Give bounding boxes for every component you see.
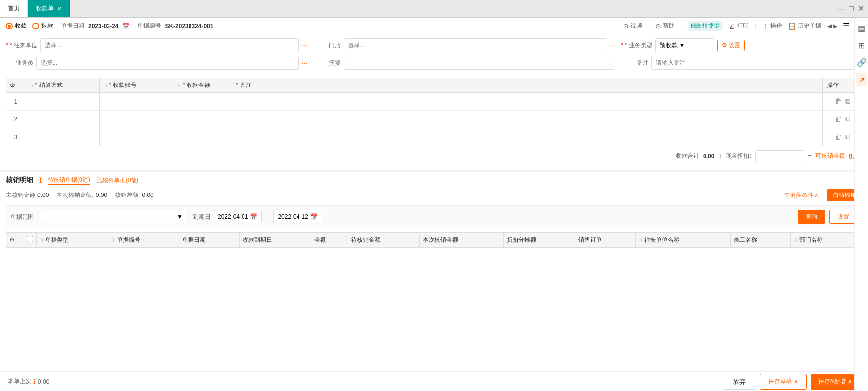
prev-arrow[interactable]: ◀ — [827, 23, 832, 29]
sort-number: ⇅ — [111, 237, 115, 243]
bottom-order-value: 0.00 — [38, 378, 49, 385]
biz-type-dropdown[interactable]: 预收款 ▼ — [655, 38, 714, 52]
summary-input[interactable] — [344, 56, 615, 70]
store-label: 门店 — [313, 41, 341, 50]
stat-diff-label: 核销差额: — [115, 191, 140, 199]
row-amount-2[interactable] — [173, 111, 232, 128]
row-account-2[interactable] — [99, 111, 173, 128]
row-remark-3[interactable] — [232, 128, 823, 146]
stat-diff: 核销差额: 0.00 — [115, 191, 154, 199]
row-account-1[interactable] — [99, 93, 173, 111]
gear-icon-verify[interactable]: ⚙ — [9, 236, 15, 243]
dropdown-arrow: ▼ — [679, 42, 685, 49]
bottom-order-label: 本单上次 — [8, 377, 31, 386]
discount-input[interactable] — [755, 150, 804, 162]
tab-home[interactable]: 首页 — [0, 0, 28, 17]
row-account-3[interactable] — [99, 128, 173, 146]
window-close-icon[interactable]: ✕ — [858, 4, 864, 13]
radio-refund-dot — [32, 23, 39, 29]
btn-shortcut[interactable]: ⌨ 快捷键 — [688, 21, 723, 31]
stat-diff-value: 0.00 — [142, 192, 153, 198]
copy-icon-2[interactable]: ⧉ — [844, 114, 851, 124]
bottom-spacer — [0, 271, 868, 301]
stat-uncancelled: 未核销金额 0.00 — [6, 191, 49, 199]
row-remark-2[interactable] — [232, 111, 823, 128]
btn-print[interactable]: 🖨 打印 — [729, 22, 749, 30]
total-value: 0.00 — [703, 153, 714, 160]
row-amount-3[interactable] — [173, 128, 232, 146]
sidebar-table-icon[interactable]: ▤ — [856, 22, 867, 35]
delete-icon-2[interactable]: 🗑 — [834, 114, 842, 124]
copy-icon-3[interactable]: ⧉ — [844, 132, 851, 142]
sort-icon-account: ⇅ — [104, 83, 108, 88]
next-arrow[interactable]: ▶ — [833, 23, 837, 29]
row-settlement-3[interactable] — [26, 128, 99, 146]
delete-icon-1[interactable]: 🗑 — [834, 96, 842, 107]
sidebar-grid-icon[interactable]: ⊞ — [856, 39, 867, 52]
salesperson-more-btn[interactable]: ··· — [302, 59, 308, 67]
btn-video[interactable]: ⊙ 视频 — [623, 22, 642, 30]
col-pending-verify: 待核销金额 — [348, 232, 420, 247]
date-from-icon: 📅 — [250, 213, 257, 220]
col-gear-header[interactable]: ⚙ — [6, 78, 26, 93]
calendar-icon[interactable]: 📅 — [122, 23, 130, 29]
filter-range-select[interactable]: ▼ — [40, 210, 187, 223]
doc-date-info: 单据日期 2023-03-24 📅 — [61, 22, 130, 30]
sidebar-link-icon[interactable]: 🔗 — [855, 56, 868, 69]
sort-type: ⇅ — [40, 237, 44, 243]
verify-empty-row — [6, 247, 862, 267]
btn-operate[interactable]: ⋮ 操作 — [762, 22, 782, 30]
store-input[interactable] — [344, 38, 606, 52]
doc-date-label: 单据日期 — [61, 22, 84, 30]
biz-type-label: * * 业务类型 — [621, 41, 652, 50]
sidebar-expand-icon[interactable]: ↗ — [856, 73, 867, 86]
remark-input[interactable] — [651, 56, 862, 70]
salesperson-input[interactable] — [36, 56, 299, 70]
verify-info-icon[interactable]: ℹ — [39, 176, 42, 184]
summary-field: 摘要 — [313, 56, 615, 70]
date-range-separator: — — [265, 213, 271, 220]
save-new-btn[interactable]: 保存&新增 ∧ — [811, 374, 860, 390]
counterpart-input[interactable] — [40, 38, 299, 52]
btn-help[interactable]: ⊙ 帮助 — [655, 22, 675, 30]
tab-close-icon[interactable]: × — [57, 5, 61, 13]
row-remark-1[interactable] — [232, 93, 823, 111]
counterpart-required: * — [6, 42, 8, 49]
row-amount-1[interactable] — [173, 93, 232, 111]
radio-refund[interactable]: 退款 — [32, 22, 53, 30]
draft-btn[interactable]: 保存草稿 ∧ — [760, 374, 807, 390]
more-conditions-btn[interactable]: ▽ 更多条件 ∧ — [785, 191, 819, 199]
action-btns-1: 🗑 ⧉ — [827, 96, 858, 107]
query-btn[interactable]: 查询 — [798, 210, 825, 224]
radio-receive[interactable]: 收款 — [6, 22, 27, 30]
counterpart-more-btn[interactable]: ··· — [302, 41, 308, 49]
operate-icon: ⋮ — [762, 22, 769, 30]
gear-icon[interactable]: ⚙ — [10, 82, 15, 89]
history-icon: 📋 — [788, 22, 796, 30]
save-btn-label: 保存&新增 — [818, 377, 846, 386]
col-check-verify[interactable] — [24, 232, 37, 247]
tab-current[interactable]: 收款单 × — [28, 0, 70, 17]
abandon-btn[interactable]: 放弃 — [723, 374, 756, 390]
window-maximize-icon[interactable]: □ — [849, 4, 854, 13]
radio-refund-label: 退款 — [41, 22, 53, 30]
filter-settings-btn[interactable]: 设置 — [829, 210, 858, 224]
window-minimize-icon[interactable]: — — [837, 4, 845, 13]
btn-history[interactable]: 📋 历史单据 — [788, 22, 821, 30]
row-settlement-1[interactable] — [26, 93, 99, 111]
tab-pending[interactable]: 待核销单据(0笔) — [48, 176, 90, 185]
col-gear-verify[interactable]: ⚙ — [6, 232, 24, 247]
bottom-info-icon[interactable]: ℹ — [33, 378, 36, 385]
row-settlement-2[interactable] — [26, 111, 99, 128]
date-from-input[interactable]: 2022-04-01 📅 — [214, 210, 262, 223]
store-more-btn[interactable]: ··· — [609, 41, 615, 49]
list-icon[interactable]: ☰ — [843, 21, 850, 30]
delete-icon-3[interactable]: 🗑 — [834, 132, 842, 142]
copy-icon-1[interactable]: ⧉ — [844, 96, 851, 107]
biz-settings-btn[interactable]: ⚙ 设置 — [717, 40, 745, 51]
row-num-3: 3 — [6, 128, 26, 146]
stat-current-label: 本次核销金额: — [56, 191, 93, 199]
date-to-input[interactable]: 2022-04-12 📅 — [273, 210, 322, 223]
check-all[interactable] — [27, 236, 33, 242]
tab-done[interactable]: 已核销单据(0笔) — [96, 176, 139, 185]
